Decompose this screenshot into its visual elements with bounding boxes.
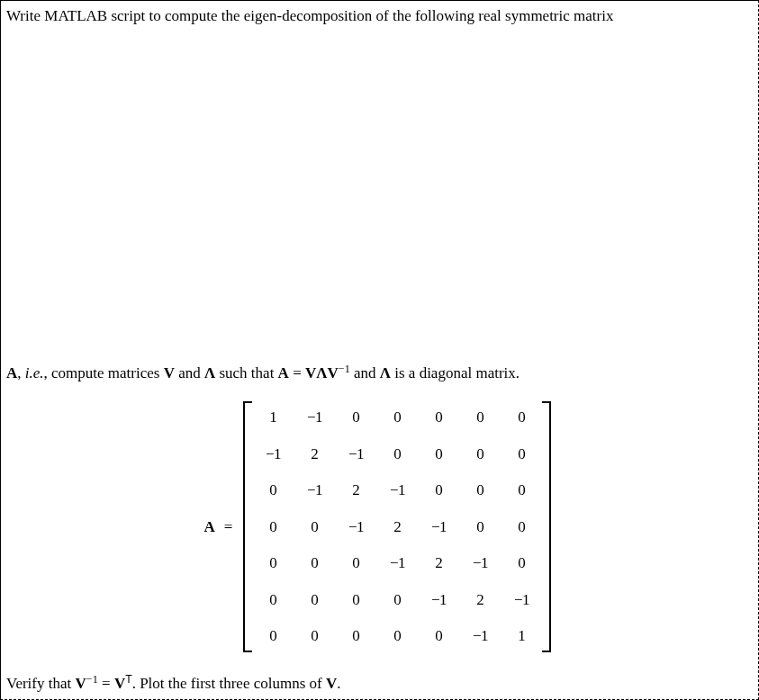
matrix-cell: 0 xyxy=(501,508,542,545)
matrix-cell: 0 xyxy=(294,545,335,582)
table-row: −1 2 −1 0 0 0 0 xyxy=(252,435,542,472)
matrix-cell: −1 xyxy=(252,435,294,472)
matrix-cell: 0 xyxy=(501,435,542,472)
matrix-equation: A = 1 −1 0 0 0 0 0 −1 2 xyxy=(6,399,751,655)
matrix-cell: 0 xyxy=(501,399,542,436)
matrix-cell: 0 xyxy=(294,581,335,618)
sup-neg1b: −1 xyxy=(86,673,98,686)
paragraph-intro: Write MATLAB script to compute the eigen… xyxy=(6,6,751,26)
text-post: is a diagonal matrix. xyxy=(391,364,520,381)
matrix-cell: 0 xyxy=(335,545,376,582)
matrix-cell: 0 xyxy=(252,472,294,509)
matrix-cell: 0 xyxy=(418,618,459,655)
symbol-Lambda: Λ xyxy=(204,364,215,381)
matrix-cell: 0 xyxy=(501,472,542,509)
matrix-cell: −1 xyxy=(376,472,418,509)
matrix-cell: 2 xyxy=(418,545,459,582)
matrix-cell: 2 xyxy=(294,435,335,472)
equals-sign: = xyxy=(224,518,233,536)
sup-neg1: −1 xyxy=(339,363,350,375)
matrix-table: 1 −1 0 0 0 0 0 −1 2 −1 0 0 0 xyxy=(252,399,542,655)
matrix-cell: 0 xyxy=(376,435,418,472)
symbol-V: V xyxy=(164,364,175,381)
matrix-cell: 0 xyxy=(459,399,501,436)
paragraph-verify: Verify that V−1 = VT. Plot the first thr… xyxy=(6,672,751,694)
matrix-cell: −1 xyxy=(335,435,376,472)
matrix-cell: 0 xyxy=(459,508,501,545)
matrix-cell: −1 xyxy=(501,581,542,618)
matrix-cell: −1 xyxy=(294,399,335,436)
right-bracket-icon xyxy=(542,399,553,655)
symbol-A: A xyxy=(6,364,17,381)
matrix-cell: 0 xyxy=(376,618,418,655)
matrix-cell: 0 xyxy=(252,618,294,655)
matrix-cell: 0 xyxy=(376,399,418,436)
symbol-V2: V xyxy=(75,675,86,692)
text-and2: and xyxy=(350,364,380,381)
matrix-cell: 0 xyxy=(252,581,294,618)
matrix-cell: −1 xyxy=(459,545,501,582)
matrix-cell: 0 xyxy=(418,399,459,436)
left-bracket-icon xyxy=(241,399,252,655)
matrix-cell: 1 xyxy=(501,618,542,655)
table-row: 0 0 −1 2 −1 0 0 xyxy=(252,508,542,545)
matrix-cell: −1 xyxy=(335,508,376,545)
text-comma: , xyxy=(17,364,25,381)
matrix-cell: 0 xyxy=(252,545,294,582)
matrix-cell: −1 xyxy=(376,545,418,582)
matrix-cell: 0 xyxy=(501,545,542,582)
text-verify-post: . Plot the first three columns of xyxy=(132,675,326,692)
text-verify-pre: Verify that xyxy=(6,675,75,692)
matrix-lhs-A: A xyxy=(204,518,215,536)
matrix-cell: −1 xyxy=(294,472,335,509)
table-row: 1 −1 0 0 0 0 0 xyxy=(252,399,542,436)
matrix-cell: 1 xyxy=(252,399,294,436)
matrix-cell: 2 xyxy=(376,508,418,545)
text-such-that: such that xyxy=(215,364,277,381)
text-period: . xyxy=(337,675,340,692)
text-eq2: = xyxy=(98,675,114,692)
paragraph-definition: A, i.e., compute matrices V and Λ such t… xyxy=(6,362,751,383)
matrix-cell: 0 xyxy=(418,472,459,509)
matrix-brackets: 1 −1 0 0 0 0 0 −1 2 −1 0 0 0 xyxy=(241,399,553,655)
matrix-cell: −1 xyxy=(459,618,501,655)
symbol-VAV: VΛV xyxy=(305,364,339,381)
symbol-A2: A xyxy=(278,364,289,381)
matrix-cell: 0 xyxy=(335,618,376,655)
text-mid: , compute matrices xyxy=(44,364,164,381)
text-ie: i.e. xyxy=(25,364,44,381)
symbol-Lambda2: Λ xyxy=(380,364,391,381)
symbol-V3: V xyxy=(114,675,125,692)
matrix-cell: 0 xyxy=(459,435,501,472)
table-row: 0 −1 2 −1 0 0 0 xyxy=(252,472,542,509)
text-eq: = xyxy=(289,364,305,381)
matrix-cell: 0 xyxy=(376,581,418,618)
sup-T: T xyxy=(125,673,131,686)
table-row: 0 0 0 −1 2 −1 0 xyxy=(252,545,542,582)
vertical-gap xyxy=(6,26,751,362)
table-row: 0 0 0 0 0 −1 1 xyxy=(252,618,542,655)
symbol-V4: V xyxy=(326,675,337,692)
matrix-cell: −1 xyxy=(418,508,459,545)
matrix-cell: 0 xyxy=(459,472,501,509)
matrix-cell: 0 xyxy=(418,435,459,472)
matrix-cell: 0 xyxy=(252,508,294,545)
text-and: and xyxy=(175,364,204,381)
matrix-cell: 2 xyxy=(335,472,376,509)
matrix-cell: 2 xyxy=(459,581,501,618)
matrix-cell: 0 xyxy=(294,508,335,545)
matrix-cell: 0 xyxy=(294,618,335,655)
table-row: 0 0 0 0 −1 2 −1 xyxy=(252,581,542,618)
matrix-cell: 0 xyxy=(335,581,376,618)
matrix-cell: −1 xyxy=(418,581,459,618)
matrix-cell: 0 xyxy=(335,399,376,436)
